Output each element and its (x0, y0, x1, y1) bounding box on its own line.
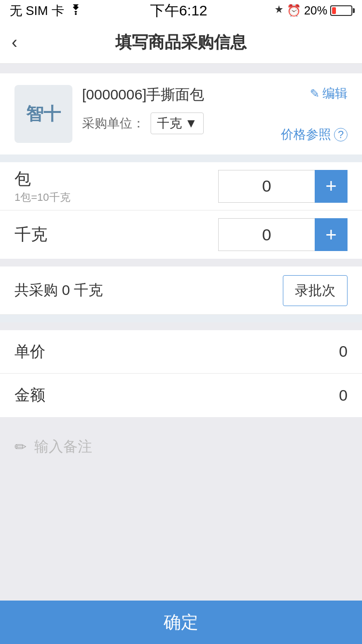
remark-section[interactable]: ✏ 输入备注 (0, 425, 362, 468)
product-name: [0000006]手撕面包 (82, 85, 348, 105)
unit-price-label: 单价 (14, 341, 45, 363)
unit-price-value: 0 (339, 343, 348, 361)
content-filler (0, 468, 362, 613)
status-bar: 无 SIM 卡 下午6:12 ⏰ 20% (0, 0, 362, 21)
bag-label: 包 1包=10千克 (14, 168, 92, 205)
unit-price-row: 单价 0 (0, 330, 362, 374)
kg-plus-button[interactable]: + (315, 218, 348, 251)
alarm-icon: ⏰ (287, 4, 301, 17)
unit-value: 千克 (157, 115, 182, 132)
unit-label: 采购单位： (82, 115, 145, 132)
product-image: 智十 (14, 85, 72, 143)
wifi-icon (68, 3, 84, 18)
summary-label: 共采购 (14, 282, 58, 298)
time-display: 下午6:12 (150, 1, 207, 21)
record-batch-button[interactable]: 录批次 (283, 275, 348, 306)
quantity-inputs: 包 1包=10千克 + 千克 + (0, 162, 362, 259)
location-icon (274, 4, 284, 17)
summary-row: 共采购 0 千克 录批次 (0, 266, 362, 315)
kg-quantity-control: + (218, 218, 348, 251)
bag-row: 包 1包=10千克 + (0, 162, 362, 210)
kg-quantity-input[interactable] (218, 218, 315, 251)
confirm-label: 确定 (164, 611, 198, 634)
amount-row: 金额 0 (0, 374, 362, 417)
remark-placeholder: 输入备注 (34, 437, 92, 457)
status-left: 无 SIM 卡 (10, 2, 84, 19)
bag-quantity-control: + (218, 170, 348, 203)
edit-button[interactable]: ✎ 编辑 (310, 85, 348, 102)
back-button[interactable]: ‹ (12, 32, 17, 53)
nav-bar: ‹ 填写商品采购信息 (0, 21, 362, 64)
pencil-icon: ✏ (14, 438, 27, 455)
kg-label: 千克 (14, 224, 92, 246)
product-logo-text: 智十 (26, 102, 61, 126)
section-divider-1 (0, 154, 362, 162)
edit-label: 编辑 (322, 85, 348, 102)
bag-quantity-input[interactable] (218, 170, 315, 203)
amount-value: 0 (339, 387, 348, 405)
chevron-down-icon: ▼ (185, 116, 197, 131)
page-title: 填写商品采购信息 (115, 31, 247, 54)
bag-label-main: 包 (14, 168, 92, 190)
product-card: 智十 [0000006]手撕面包 采购单位： 千克 ▼ ✎ 编辑 价格参照 ? (0, 73, 362, 154)
price-section: 单价 0 金额 0 (0, 330, 362, 417)
price-ref-icon: ? (334, 128, 348, 141)
edit-icon: ✎ (310, 87, 320, 100)
section-divider-2 (0, 315, 362, 322)
battery-percentage: 20% (304, 4, 327, 17)
status-right: ⏰ 20% (274, 4, 352, 17)
bag-plus-button[interactable]: + (315, 170, 348, 203)
carrier-text: 无 SIM 卡 (10, 2, 64, 19)
confirm-button[interactable]: 确定 (0, 601, 362, 644)
svg-point-0 (75, 13, 77, 15)
unit-selector[interactable]: 千克 ▼ (151, 112, 204, 134)
summary-value: 0 (62, 282, 70, 298)
amount-label: 金额 (14, 385, 45, 406)
record-batch-label: 录批次 (295, 283, 335, 298)
battery-icon (330, 5, 352, 16)
price-ref-button[interactable]: 价格参照 ? (281, 126, 348, 143)
kg-row: 千克 + (0, 210, 362, 259)
price-ref-label: 价格参照 (281, 126, 331, 143)
bag-label-sub: 1包=10千克 (14, 190, 92, 205)
summary-unit: 千克 (74, 282, 103, 298)
summary-text: 共采购 0 千克 (14, 280, 103, 300)
kg-label-main: 千克 (14, 224, 92, 246)
summary-section: 共采购 0 千克 录批次 (0, 266, 362, 315)
